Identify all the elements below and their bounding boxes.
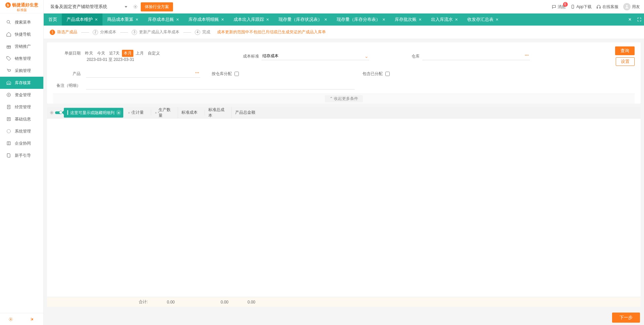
date-opt-lastmonth[interactable]: 上月 — [134, 50, 145, 57]
tab-product-cost[interactable]: 产品成本维护✕ — [62, 13, 102, 26]
th-std-total-cost[interactable]: 标准总成本 — [205, 107, 232, 118]
step-number: 3 — [132, 30, 137, 35]
step-label: 分摊成本 — [100, 29, 116, 35]
sidebar-collapse-button[interactable] — [22, 313, 44, 325]
warehouse-label: 仓库 — [392, 53, 422, 59]
remark-input[interactable] — [86, 82, 355, 89]
svg-rect-20 — [600, 7, 600, 8]
tabs-close-all[interactable]: ✕ — [625, 13, 635, 26]
nav-basicinfo[interactable]: 基础信息 — [0, 113, 43, 125]
cost-std-select[interactable] — [262, 52, 369, 60]
nav-guide[interactable]: 新手引导 — [0, 149, 43, 161]
svg-point-0 — [7, 21, 10, 23]
by-warehouse-checkbox[interactable] — [234, 72, 239, 76]
collapse-toggle[interactable]: ⌃ 收起更多条件 — [53, 94, 635, 104]
tab-goods-cost-recalc[interactable]: 商品成本重算✕ — [102, 13, 143, 26]
system-selector[interactable]: 装备及固定资产辅助管理系统 — [48, 2, 130, 11]
nav-search[interactable]: 搜索菜单 — [0, 16, 43, 28]
tab-home[interactable]: 首页 — [44, 13, 62, 26]
tab-batch-ledger[interactable]: 库存批次账✕ — [390, 13, 426, 26]
footer-value: 0.00 — [232, 300, 259, 304]
next-button[interactable]: 下一步 — [612, 313, 640, 323]
messages-link[interactable]: 消息 6 — [552, 4, 566, 10]
date-opt-thismonth[interactable]: 本月 — [122, 50, 133, 57]
query-button[interactable]: 查询 — [615, 46, 635, 55]
settings-button[interactable]: 设置 — [616, 57, 635, 66]
avatar-icon — [623, 3, 631, 10]
cost-std-label: 成本标准 — [231, 53, 262, 59]
nav-collab[interactable]: 企业协同 — [0, 137, 43, 149]
nav-sales[interactable]: 销售管理 — [0, 52, 43, 65]
tab-close-icon[interactable]: ✕ — [221, 17, 224, 22]
tab-close-icon[interactable]: ✕ — [95, 17, 98, 22]
th-label: 产品总金额 — [235, 110, 255, 115]
date-options: 昨天 今天 近7天 本月 上月 自定义 — [83, 50, 162, 57]
tooltip-close-icon[interactable]: ✕ — [116, 110, 121, 115]
date-opt-yesterday[interactable]: 昨天 — [83, 50, 95, 57]
nav-purchase[interactable]: 采购管理 — [0, 65, 43, 77]
nav-operations[interactable]: 经营管理 — [0, 101, 43, 113]
th-main-unit[interactable]: ▲▼主计量 — [124, 110, 151, 115]
tab-receive-issue-summary[interactable]: 收发存汇总表✕ — [463, 13, 503, 26]
cta-button[interactable]: 体验行业方案 — [141, 2, 173, 11]
nav-quicknav[interactable]: 快捷导航 — [0, 28, 43, 40]
date-opt-7days[interactable]: 近7天 — [108, 50, 121, 57]
tab-close-icon[interactable]: ✕ — [419, 17, 422, 22]
caret-down-icon[interactable]: ⌄ — [364, 53, 369, 59]
step-1: 1筛选产成品 — [50, 29, 77, 35]
include-allocated-checkbox[interactable] — [385, 72, 390, 76]
svg-rect-16 — [31, 318, 31, 321]
date-opt-today[interactable]: 今天 — [95, 50, 107, 57]
sidebar-settings-button[interactable] — [0, 313, 22, 325]
tab-close-icon[interactable]: ✕ — [266, 17, 269, 22]
th-prod-qty[interactable]: ▲▼生产数量 — [151, 107, 178, 118]
ellipsis-icon[interactable]: ⋯ — [525, 53, 529, 58]
column-tooltip: 这里可显示或隐藏明细列 ✕ — [64, 108, 123, 117]
nav-inventory-cost[interactable]: 库存核算 — [0, 77, 43, 89]
tab-close-icon[interactable]: ✕ — [382, 17, 385, 22]
nav-marketing[interactable]: 营销推广 — [0, 40, 43, 52]
column-settings-toggle[interactable] — [47, 110, 64, 115]
tab-inout-flow[interactable]: 出入库流水✕ — [426, 13, 463, 26]
tab-close-icon[interactable]: ✕ — [176, 17, 179, 22]
step-arrow-icon: —— — [120, 30, 128, 35]
tab-close-icon[interactable]: ✕ — [496, 17, 499, 22]
collapse-label: 收起更多条件 — [334, 96, 358, 101]
svg-point-15 — [10, 319, 12, 320]
tab-close-icon[interactable]: ✕ — [455, 17, 458, 22]
table-body — [47, 118, 641, 297]
th-product-total[interactable]: 产品总金额 — [232, 110, 641, 115]
th-std-cost[interactable]: 标准成本 — [178, 110, 205, 115]
tab-close-icon[interactable]: ✕ — [135, 17, 138, 22]
tab-stock-status[interactable]: 现存量（库存状况表）✕ — [274, 13, 332, 26]
product-input[interactable] — [86, 70, 200, 78]
date-opt-custom[interactable]: 自定义 — [146, 50, 162, 57]
tab-inv-cost-ledger[interactable]: 库存成本总账✕ — [143, 13, 184, 26]
tab-inv-cost-detail[interactable]: 库存成本明细账✕ — [184, 13, 229, 26]
nav-system[interactable]: 系统管理 — [0, 125, 43, 137]
step-arrow-icon: —— — [183, 30, 191, 35]
by-warehouse-label: 按仓库分配 — [212, 71, 234, 77]
app-download-link[interactable]: App下载 — [570, 4, 592, 10]
tabs-fullscreen[interactable] — [635, 13, 644, 26]
tab-cost-inout-track[interactable]: 成本出入库跟踪✕ — [229, 13, 274, 26]
service-label: 在线客服 — [602, 4, 618, 10]
service-link[interactable]: 在线客服 — [596, 4, 618, 10]
tab-label: 库存成本明细账 — [188, 16, 219, 23]
tab-close-icon[interactable]: ✕ — [324, 17, 327, 22]
chevron-up-icon: ⌃ — [330, 96, 334, 101]
nav: 搜索菜单 快捷导航 营销推广 销售管理 采购管理 库存核算 资金管理 经营管理 … — [0, 13, 43, 313]
ellipsis-icon[interactable]: ⋯ — [195, 70, 200, 75]
nav-funds[interactable]: 资金管理 — [0, 89, 43, 101]
user-menu[interactable]: 用友 — [623, 3, 640, 10]
sidebar-bottom — [0, 313, 43, 325]
tab-stock-dist[interactable]: 现存量（库存分布表）✕ — [332, 13, 390, 26]
sort-icon: ▲▼ — [128, 112, 130, 113]
nav-label: 快捷导航 — [15, 32, 31, 37]
svg-point-17 — [135, 6, 136, 7]
warehouse-input[interactable] — [422, 52, 530, 60]
system-settings-icon[interactable] — [133, 4, 138, 9]
svg-point-6 — [7, 93, 11, 97]
nav-label: 库存核算 — [15, 80, 31, 86]
toggle-icon — [55, 111, 62, 114]
